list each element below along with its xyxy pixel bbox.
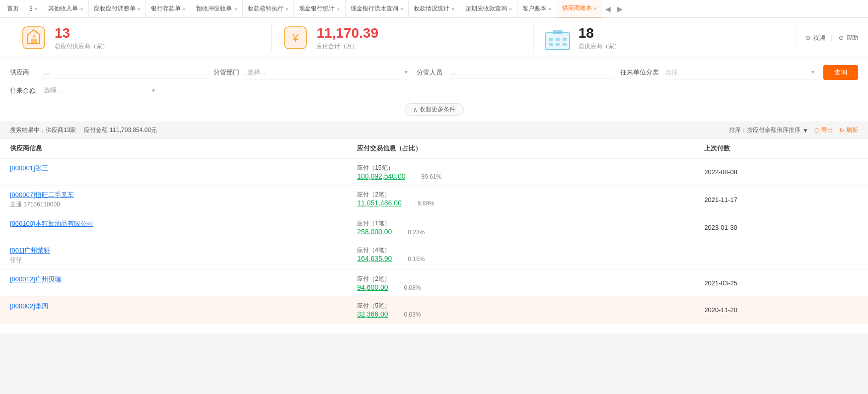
summary-total-suppliers-text: 18 总供应商（家） bbox=[579, 25, 620, 51]
filter-row-2: 往来余额 选择... ▼ bbox=[10, 84, 858, 97]
payable-total-value: 11,170.39 bbox=[316, 25, 378, 42]
refresh-button[interactable]: ↻ 刷新 bbox=[839, 126, 858, 134]
nav-tab-3-label: 3 bbox=[29, 5, 33, 12]
supplier-info-cell: [000007]恒旺二手叉车王通 17106110000 bbox=[0, 186, 347, 214]
refresh-icon: ↻ bbox=[839, 127, 844, 134]
sort-select[interactable]: 排序：按应付余额倒序排序 ▼ bbox=[729, 126, 808, 134]
filter-area: 供应商 分管部门 选择... ▼ 分管人员 往来单位分类 选择... ▼ 查询 bbox=[0, 58, 868, 122]
nav-tab-other-income-close[interactable]: × bbox=[80, 6, 83, 12]
payable-percent: 0.15% bbox=[408, 256, 425, 263]
video-circle-icon: ⊙ bbox=[805, 34, 810, 41]
category-placeholder: 选择... bbox=[665, 68, 683, 77]
nav-tab-ar-adjust-close[interactable]: × bbox=[138, 6, 141, 12]
payable-amount[interactable]: 32,366.00 bbox=[357, 310, 388, 318]
summary-payable-total: ¥ 11,170.39 应付合计（万） bbox=[272, 24, 533, 52]
nav-tab-ar-adjust-label: 应收应付调整单 bbox=[94, 4, 136, 13]
data-table-container: 供应商信息 应付交易信息（占比） 上次付数 [000001]张三应付（15笔）1… bbox=[0, 139, 868, 333]
filter-category: 往来单位分类 选择... ▼ bbox=[620, 66, 819, 79]
collapse-icon: ∧ bbox=[413, 106, 418, 113]
supplier-link[interactable]: [000100]本特勤油品有限公司 bbox=[10, 219, 337, 228]
export-icon: ⬡ bbox=[814, 127, 819, 134]
payable-percent: 9.89% bbox=[418, 200, 434, 207]
nav-tab-advance-offset[interactable]: 预收冲应收单 × bbox=[191, 0, 242, 18]
nav-tab-customer-account-close[interactable]: × bbox=[548, 6, 551, 12]
balance-filter-label: 往来余额 bbox=[10, 86, 38, 95]
payable-percent: 0.23% bbox=[408, 229, 425, 236]
nav-tab-receipt-verify-label: 收款核销执行 bbox=[248, 4, 284, 13]
last-payment-cell: 2020-11-20 bbox=[694, 297, 868, 324]
nav-tab-supplier-account-close[interactable]: × bbox=[594, 5, 597, 11]
sort-label: 排序：按应付余额倒序排序 bbox=[729, 126, 800, 134]
col-payable-info: 应付交易信息（占比） bbox=[347, 139, 694, 158]
supplier-link[interactable]: [000002]李四 bbox=[10, 302, 337, 311]
nav-tab-advance-offset-close[interactable]: × bbox=[234, 6, 237, 12]
nav-prev-button[interactable]: ◀ bbox=[602, 0, 614, 18]
nav-tab-receipt-verify-close[interactable]: × bbox=[286, 6, 289, 12]
query-button[interactable]: 查询 bbox=[823, 65, 858, 80]
balance-filter-select[interactable]: 选择... ▼ bbox=[41, 84, 159, 97]
payable-label: 应付（15笔） bbox=[357, 164, 684, 172]
nav-tab-bank-deposit[interactable]: 银行存款单 × bbox=[146, 0, 191, 18]
top-nav: 首页 3 × 其他收入单 × 应收应付调整单 × 银行存款单 × 预收冲应收单 … bbox=[0, 0, 868, 18]
dept-filter-select[interactable]: 选择... ▼ bbox=[244, 66, 412, 79]
supplier-info-cell: [000002]李四 bbox=[0, 297, 347, 324]
nav-tab-receipt-verify[interactable]: 收款核销执行 × bbox=[243, 0, 294, 18]
payable-amount[interactable]: 100,092,540.00 bbox=[357, 172, 405, 180]
nav-tab-cash-bank-flow-close[interactable]: × bbox=[400, 6, 403, 12]
supplier-contact: 王通 17106110000 bbox=[10, 200, 337, 209]
supplier-link[interactable]: [000001]张三 bbox=[10, 164, 337, 173]
payable-amount[interactable]: 164,635.90 bbox=[357, 255, 392, 263]
payable-total-icon: ¥ bbox=[282, 24, 309, 52]
nav-tab-overdue-query-close[interactable]: × bbox=[509, 6, 512, 12]
category-filter-select[interactable]: 选择... ▼ bbox=[662, 66, 819, 79]
table-header-row: 供应商信息 应付交易信息（占比） 上次付数 bbox=[0, 139, 868, 158]
table-row: [000007]恒旺二手叉车王通 17106110000应付（2笔）11,051… bbox=[0, 186, 868, 214]
dept-dropdown-icon: ▼ bbox=[404, 69, 409, 75]
payable-info-cell: 应付（2笔）94,600.000.08% bbox=[347, 270, 694, 297]
nav-tab-collection-stat-close[interactable]: × bbox=[451, 6, 454, 12]
nav-tab-cash-bank-stat[interactable]: 现金银行统计 × bbox=[294, 0, 345, 18]
nav-tab-supplier-account[interactable]: 供应商账本 × bbox=[557, 0, 602, 18]
nav-tab-ar-adjust[interactable]: 应收应付调整单 × bbox=[89, 0, 146, 18]
svg-rect-8 bbox=[549, 38, 553, 41]
summary-total-suppliers: 18 总供应商（家） bbox=[534, 24, 796, 52]
nav-tab-bank-deposit-close[interactable]: × bbox=[183, 6, 186, 12]
payable-info-cell: 应付（4笔）164,635.900.15% bbox=[347, 241, 694, 270]
supplier-link[interactable]: [001]广州荣轩 bbox=[10, 246, 337, 255]
summary-bar: ¥ 13 总应付供应商（家） ¥ 11,170.39 应付合计（万） bbox=[0, 18, 868, 58]
payable-label: 应付（1笔） bbox=[357, 219, 684, 228]
supplier-info-cell: [001]广州荣轩仔仔 bbox=[0, 241, 347, 270]
nav-tab-3[interactable]: 3 × bbox=[24, 0, 43, 18]
video-link[interactable]: ⊙ 视频 bbox=[805, 34, 825, 42]
payable-amount[interactable]: 94,600.00 bbox=[357, 283, 388, 291]
nav-tab-3-close[interactable]: × bbox=[35, 6, 38, 12]
nav-tab-home[interactable]: 首页 bbox=[2, 0, 24, 18]
payable-percent: 0.03% bbox=[404, 311, 421, 318]
supplier-link[interactable]: [000007]恒旺二手叉车 bbox=[10, 191, 337, 199]
payable-info-cell: 应付（1笔）258,000.000.23% bbox=[347, 214, 694, 241]
nav-tab-cash-bank-flow[interactable]: 现金银行流水查询 × bbox=[346, 0, 409, 18]
nav-tab-customer-account[interactable]: 客户账本 × bbox=[517, 0, 557, 18]
svg-rect-13 bbox=[563, 43, 567, 46]
summary-payable-suppliers: ¥ 13 总应付供应商（家） bbox=[10, 24, 272, 52]
help-link[interactable]: ⊙ 帮助 bbox=[839, 34, 858, 42]
nav-tab-customer-account-label: 客户账本 bbox=[522, 4, 546, 13]
collapse-bar: ∧ 收起更多条件 bbox=[10, 101, 858, 118]
export-button[interactable]: ⬡ 导出 bbox=[814, 126, 833, 134]
supplier-filter-input[interactable] bbox=[41, 66, 209, 78]
nav-tab-collection-stat[interactable]: 收款情况统计 × bbox=[409, 0, 460, 18]
supplier-filter-label: 供应商 bbox=[10, 68, 38, 77]
nav-tab-cash-bank-stat-close[interactable]: × bbox=[337, 6, 340, 12]
supplier-link[interactable]: [000012]广州贝瑞 bbox=[10, 275, 337, 284]
payable-amount[interactable]: 11,051,486.00 bbox=[357, 199, 402, 207]
nav-tab-overdue-query[interactable]: 超期应收款查询 × bbox=[460, 0, 517, 18]
nav-tab-other-income[interactable]: 其他收入单 × bbox=[43, 0, 88, 18]
last-payment-cell: 2023-01-30 bbox=[694, 214, 868, 241]
nav-next-button[interactable]: ▶ bbox=[614, 0, 626, 18]
person-filter-input[interactable] bbox=[447, 66, 615, 78]
last-payment-cell bbox=[694, 241, 868, 270]
payable-amount[interactable]: 258,000.00 bbox=[357, 228, 392, 236]
collapse-button[interactable]: ∧ 收起更多条件 bbox=[405, 103, 464, 116]
data-table: 供应商信息 应付交易信息（占比） 上次付数 [000001]张三应付（15笔）1… bbox=[0, 139, 868, 324]
summary-payable-suppliers-text: 13 总应付供应商（家） bbox=[55, 25, 108, 51]
